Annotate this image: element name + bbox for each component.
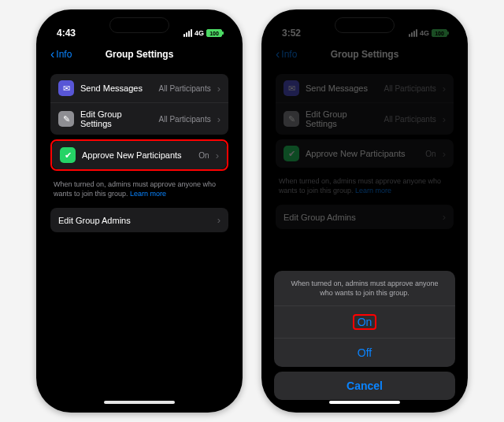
row-label: Edit Group Settings bbox=[80, 109, 153, 128]
row-label: Edit Group Admins bbox=[284, 213, 436, 222]
sheet-option-off[interactable]: Off bbox=[274, 339, 455, 367]
sheet-description: When turned on, admins must approve anyo… bbox=[274, 271, 455, 306]
chevron-left-icon: ‹ bbox=[50, 48, 54, 61]
row-value: All Participants bbox=[384, 115, 436, 124]
row-edit-group[interactable]: ✎ Edit Group Settings All Participants › bbox=[50, 102, 228, 135]
chevron-right-icon: › bbox=[443, 83, 446, 94]
sheet-option-on[interactable]: On bbox=[274, 306, 455, 339]
nav-bar: ‹ Info Group Settings bbox=[43, 44, 236, 69]
row-edit-admins[interactable]: Edit Group Admins › bbox=[50, 208, 228, 232]
section-admins: Edit Group Admins › bbox=[276, 205, 454, 229]
status-indicators: 4G 100 bbox=[183, 29, 222, 37]
row-label: Send Messages bbox=[80, 83, 153, 93]
pencil-icon: ✎ bbox=[284, 111, 299, 127]
dynamic-island bbox=[335, 17, 395, 33]
section-messaging: ✉ Send Messages All Participants › ✎ Edi… bbox=[276, 74, 454, 135]
action-sheet: When turned on, admins must approve anyo… bbox=[274, 271, 455, 400]
pencil-icon: ✎ bbox=[58, 111, 74, 127]
chevron-left-icon: ‹ bbox=[276, 48, 280, 61]
approve-icon: ✔ bbox=[60, 147, 76, 163]
row-value: All Participants bbox=[159, 115, 211, 124]
status-time: 4:43 bbox=[57, 28, 76, 39]
back-label: Info bbox=[56, 49, 72, 60]
chat-icon: ✉ bbox=[284, 80, 299, 96]
screen-left: 4:43 4G 100 ‹ Info Group Settings ✉ Send… bbox=[43, 16, 236, 406]
status-indicators: 4G 100 bbox=[409, 29, 447, 37]
row-value: On bbox=[425, 150, 435, 158]
row-value: All Participants bbox=[159, 84, 211, 93]
approve-footer-note: When turned on, admins must approve anyo… bbox=[268, 172, 461, 200]
sheet-group: When turned on, admins must approve anyo… bbox=[274, 271, 455, 367]
section-messaging: ✉ Send Messages All Participants › ✎ Edi… bbox=[50, 74, 228, 135]
row-edit-admins[interactable]: Edit Group Admins › bbox=[276, 205, 454, 229]
sheet-cancel-button[interactable]: Cancel bbox=[274, 372, 455, 400]
learn-more-link[interactable]: Learn more bbox=[355, 187, 391, 194]
home-indicator[interactable] bbox=[329, 401, 400, 404]
row-value: All Participants bbox=[384, 84, 436, 93]
chevron-right-icon: › bbox=[217, 214, 220, 226]
row-approve-participants[interactable]: ✔ Approve New Participants On › bbox=[276, 139, 454, 168]
phone-right: 3:52 4G 100 ‹ Info Group Settings ✉ Send… bbox=[261, 9, 468, 413]
chevron-right-icon: › bbox=[217, 83, 220, 94]
row-label: Edit Group Settings bbox=[306, 109, 378, 128]
chevron-right-icon: › bbox=[443, 148, 446, 160]
row-value: On bbox=[198, 151, 209, 160]
section-approve: ✔ Approve New Participants On › bbox=[276, 139, 454, 168]
row-label: Edit Group Admins bbox=[58, 216, 211, 225]
nav-bar: ‹ Info Group Settings bbox=[268, 44, 461, 69]
network-label: 4G bbox=[195, 29, 204, 37]
approve-icon: ✔ bbox=[284, 146, 299, 161]
back-button[interactable]: ‹ Info bbox=[50, 48, 72, 61]
chat-icon: ✉ bbox=[58, 80, 74, 96]
row-approve-participants[interactable]: ✔ Approve New Participants On › bbox=[52, 141, 227, 169]
chevron-right-icon: › bbox=[443, 211, 446, 223]
on-highlighted: On bbox=[353, 314, 377, 330]
approve-footer-note: When turned on, admins must approve anyo… bbox=[43, 176, 236, 203]
battery-icon: 100 bbox=[432, 29, 447, 37]
network-label: 4G bbox=[420, 29, 429, 37]
back-label: Info bbox=[281, 49, 297, 60]
home-indicator[interactable] bbox=[104, 401, 175, 404]
section-admins: Edit Group Admins › bbox=[50, 208, 228, 232]
dynamic-island bbox=[109, 17, 169, 33]
chevron-right-icon: › bbox=[443, 113, 446, 125]
row-edit-group[interactable]: ✎ Edit Group Settings All Participants › bbox=[276, 102, 454, 135]
screen-right: 3:52 4G 100 ‹ Info Group Settings ✉ Send… bbox=[268, 16, 461, 406]
battery-icon: 100 bbox=[206, 29, 222, 37]
status-time: 3:52 bbox=[282, 28, 301, 39]
row-send-messages[interactable]: ✉ Send Messages All Participants › bbox=[276, 74, 454, 102]
row-label: Approve New Participants bbox=[306, 149, 419, 158]
chevron-right-icon: › bbox=[217, 113, 220, 125]
back-button[interactable]: ‹ Info bbox=[276, 48, 297, 61]
row-label: Approve New Participants bbox=[82, 150, 192, 160]
section-approve-highlighted: ✔ Approve New Participants On › bbox=[50, 139, 228, 171]
phone-left: 4:43 4G 100 ‹ Info Group Settings ✉ Send… bbox=[36, 9, 243, 413]
row-label: Send Messages bbox=[306, 83, 378, 93]
signal-icon bbox=[183, 29, 192, 37]
chevron-right-icon: › bbox=[216, 150, 219, 161]
learn-more-link[interactable]: Learn more bbox=[130, 190, 166, 198]
row-send-messages[interactable]: ✉ Send Messages All Participants › bbox=[50, 74, 228, 102]
signal-icon bbox=[409, 29, 417, 37]
